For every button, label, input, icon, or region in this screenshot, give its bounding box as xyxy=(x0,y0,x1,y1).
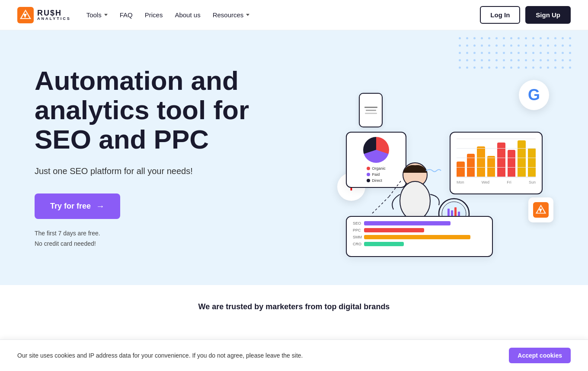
signup-button[interactable]: Sign Up xyxy=(525,6,571,24)
nav-prices[interactable]: Prices xyxy=(145,11,163,19)
dashboard-area: Organic Paid Direct xyxy=(346,132,549,248)
navbar-right: Log In Sign Up xyxy=(480,6,571,24)
phone-icon xyxy=(359,93,383,127)
navbar-left: RU$H ANALYTICS Tools FAQ Prices xyxy=(17,7,249,23)
hero-section: Automation and analytics tool for SEO an… xyxy=(0,30,588,285)
hero-illustration: G Y xyxy=(337,58,553,257)
svg-line-9 xyxy=(389,179,402,197)
chevron-down-icon xyxy=(104,14,108,16)
logo-icon xyxy=(17,7,34,23)
hero-subtitle: Just one SEO platform for all your needs… xyxy=(35,166,268,176)
chevron-down-icon xyxy=(246,14,249,16)
svg-line-8 xyxy=(372,197,389,214)
nav-tools[interactable]: Tools xyxy=(86,11,108,19)
hero-content: Automation and analytics tool for SEO an… xyxy=(35,66,268,249)
horiz-bars: SEO PPC SMM CRO xyxy=(353,221,486,246)
pie-chart xyxy=(363,137,389,163)
hero-note: The first 7 days are free. No credit car… xyxy=(35,228,268,249)
logo-rush: RU$H xyxy=(37,9,71,17)
trusted-section: We are trusted by marketers from top dig… xyxy=(0,285,588,330)
hero-title: Automation and analytics tool for SEO an… xyxy=(35,66,268,155)
nav-about[interactable]: About us xyxy=(175,11,200,19)
arrow-right-icon: → xyxy=(96,201,105,211)
logo[interactable]: RU$H ANALYTICS xyxy=(17,7,71,23)
logo-text: RU$H ANALYTICS xyxy=(37,9,71,21)
try-free-button[interactable]: Try for free → xyxy=(35,193,120,219)
svg-point-11 xyxy=(400,181,430,220)
nav-faq[interactable]: FAQ xyxy=(120,11,133,19)
horiz-bar-card: SEO PPC SMM CRO xyxy=(346,216,493,257)
google-badge: G xyxy=(519,80,549,110)
nav-resources[interactable]: Resources xyxy=(213,11,250,19)
nav-links: Tools FAQ Prices About us xyxy=(86,11,250,19)
trusted-title: We are trusted by marketers from top dig… xyxy=(35,302,553,311)
navbar: RU$H ANALYTICS Tools FAQ Prices xyxy=(0,0,588,30)
login-button[interactable]: Log In xyxy=(480,6,520,24)
logo-analytics: ANALYTICS xyxy=(37,17,71,21)
